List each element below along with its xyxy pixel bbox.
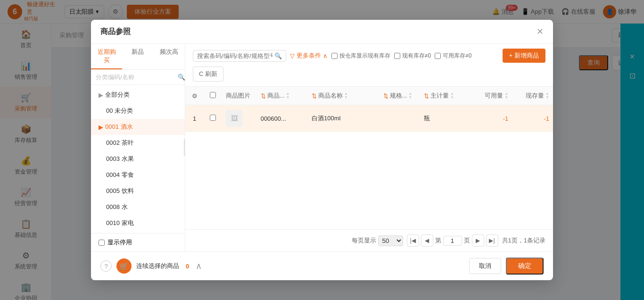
table-row[interactable]: 1 🖼 000600... 白酒100ml <box>185 105 553 132</box>
available-stock-label: 可用库存≠0 <box>443 52 471 60</box>
cat-0001-label: 0001 酒水 <box>105 123 133 131</box>
cart-icon-wrap: 🛒 <box>116 258 132 274</box>
category-search-input[interactable] <box>96 74 175 81</box>
cat-0002-label: 0002 茶叶 <box>99 139 134 147</box>
row-available: -1 <box>461 105 512 132</box>
th-stock-label: 现存量 <box>526 92 544 100</box>
warehouse-stock-checkbox[interactable] <box>331 53 338 59</box>
unit-sort-arrows[interactable]: ▲▼ <box>450 92 454 100</box>
row-name: 白酒100ml <box>308 105 380 132</box>
th-spec-label: 规格... <box>390 92 407 100</box>
collapse-icon: 《 <box>185 145 186 151</box>
cat-item-0008[interactable]: 0008 水 <box>91 199 185 215</box>
modal-close-button[interactable]: ✕ <box>537 26 544 37</box>
code-sort-arrows[interactable]: ▲▼ <box>286 92 290 100</box>
per-page-select[interactable]: 50 20 100 <box>378 235 403 246</box>
product-search-icon[interactable]: 🔍 <box>274 52 282 59</box>
th-image: 商品图片 <box>222 87 257 105</box>
page-text-label: 第 <box>435 236 441 245</box>
expand-0001-icon: ▶ <box>99 124 103 131</box>
refresh-button[interactable]: C 刷新 <box>193 67 223 82</box>
modal-header: 商品参照 ✕ <box>91 20 553 44</box>
current-stock-label: 现有库存≠0 <box>402 52 431 60</box>
cat-item-00[interactable]: 00 未分类 <box>91 103 185 119</box>
sort-code-icon: ⇅ <box>261 92 266 100</box>
page-size-selector: 每页显示 50 20 100 <box>352 235 403 246</box>
spec-sort-arrows[interactable]: ▲▼ <box>408 92 412 100</box>
prev-page-button[interactable]: ◀ <box>421 234 433 247</box>
cat-item-0004[interactable]: 0004 零食 <box>91 167 185 183</box>
filter-available-stock-nonzero[interactable]: 可用库存≠0 <box>435 52 471 60</box>
filter-by-warehouse[interactable]: 按仓库显示现有库存 <box>331 52 390 60</box>
product-search-input[interactable] <box>197 52 272 59</box>
available-stock-checkbox[interactable] <box>435 53 441 59</box>
stock-sort-arrows[interactable]: ▲▼ <box>545 92 549 100</box>
product-image: 🖼 <box>226 110 243 127</box>
table-body: 1 🖼 000600... 白酒100ml <box>185 105 553 132</box>
show-disabled-label[interactable]: 显示停用 <box>107 238 132 247</box>
product-toolbar: 🔍 ▽ 更多条件 ∧ 按仓库显示现有库存 现有库存≠0 可用库存≠0 <box>185 44 553 87</box>
add-product-button[interactable]: + 新增商品 <box>503 49 545 63</box>
modal-body: 近期购买 新品 频次高 🔍 《 ▶ 全部分类 00 未分类 <box>91 44 553 251</box>
page-number-input[interactable] <box>443 236 462 246</box>
row-checkbox-cell <box>204 105 222 132</box>
more-filter-button[interactable]: ▽ 更多条件 ∧ <box>290 51 328 60</box>
sort-spec-icon: ⇅ <box>383 92 388 100</box>
cart-icon: 🛒 <box>119 262 129 271</box>
row-unit: 瓶 <box>420 105 461 132</box>
cat-00-label: 00 未分类 <box>99 107 133 115</box>
first-page-button[interactable]: |◀ <box>407 234 419 247</box>
image-placeholder-icon: 🖼 <box>231 115 238 122</box>
last-page-button[interactable]: ▶| <box>486 234 498 247</box>
row-num: 1 <box>185 105 204 132</box>
product-reference-modal: 商品参照 ✕ 近期购买 新品 频次高 🔍 《 ▶ <box>91 20 553 280</box>
footer-up-icon[interactable]: ∧ <box>196 261 202 271</box>
confirm-button[interactable]: 确定 <box>506 258 544 275</box>
row-checkbox[interactable] <box>210 115 216 121</box>
page-label: 页 <box>464 236 470 245</box>
next-page-button[interactable]: ▶ <box>472 234 484 247</box>
tab-new-products[interactable]: 新品 <box>122 44 153 69</box>
th-image-label: 商品图片 <box>226 92 250 100</box>
product-table: ⚙ 商品图片 <box>185 87 553 132</box>
row-image-cell: 🖼 <box>222 105 257 132</box>
expand-all-icon: ▶ <box>99 92 103 99</box>
category-panel: 近期购买 新品 频次高 🔍 《 ▶ 全部分类 00 未分类 <box>91 44 185 251</box>
warehouse-stock-label: 按仓库显示现有库存 <box>339 52 390 60</box>
select-all-checkbox[interactable] <box>210 92 216 98</box>
cat-item-0001[interactable]: ▶ 0001 酒水 <box>91 119 185 135</box>
th-code-label: 商品... <box>267 92 285 100</box>
cat-all-label: 全部分类 <box>105 91 130 99</box>
page-total: 共1页，1条记录 <box>502 236 545 245</box>
product-search-box: 🔍 <box>193 50 286 62</box>
th-name-label: 商品名称 <box>318 92 343 100</box>
th-unit: ⇅ 主计量 ▲▼ <box>420 87 461 105</box>
row-spec <box>380 105 421 132</box>
cat-item-0005[interactable]: 0005 饮料 <box>91 183 185 199</box>
cat-item-all[interactable]: ▶ 全部分类 <box>91 87 185 103</box>
cart-count: 0 <box>186 263 189 270</box>
filter-current-stock-nonzero[interactable]: 现有库存≠0 <box>394 52 431 60</box>
product-panel: 🔍 ▽ 更多条件 ∧ 按仓库显示现有库存 现有库存≠0 可用库存≠0 <box>185 44 553 251</box>
current-stock-checkbox[interactable] <box>394 53 400 59</box>
tab-high-frequency[interactable]: 频次高 <box>154 44 185 69</box>
category-list: ▶ 全部分类 00 未分类 ▶ 0001 酒水 0002 茶叶 0003 水果 <box>91 85 185 233</box>
cat-0005-label: 0005 饮料 <box>99 187 134 195</box>
cat-item-0002[interactable]: 0002 茶叶 <box>91 135 185 151</box>
product-table-wrapper: ⚙ 商品图片 <box>185 87 553 229</box>
cat-item-0010[interactable]: 0010 家电 <box>91 215 185 231</box>
tab-recent-purchase[interactable]: 近期购买 <box>91 44 122 69</box>
th-settings[interactable]: ⚙ <box>185 87 204 105</box>
avail-sort-arrows[interactable]: ▲▼ <box>504 92 508 100</box>
category-search-icon[interactable]: 🔍 <box>178 74 185 81</box>
filter-icon: ▽ <box>290 52 295 59</box>
show-disabled-checkbox[interactable] <box>99 240 105 246</box>
name-sort-arrows[interactable]: ▲▼ <box>344 92 348 100</box>
th-name: ⇅ 商品名称 ▲▼ <box>308 87 380 105</box>
help-icon[interactable]: ? <box>100 260 112 272</box>
cancel-button[interactable]: 取消 <box>469 258 501 274</box>
cat-item-0003[interactable]: 0003 水果 <box>91 151 185 167</box>
th-avail-label: 可用量 <box>485 92 503 100</box>
category-collapse-button[interactable]: 《 <box>184 139 185 156</box>
th-spec: ⇅ 规格... ▲▼ <box>380 87 421 105</box>
